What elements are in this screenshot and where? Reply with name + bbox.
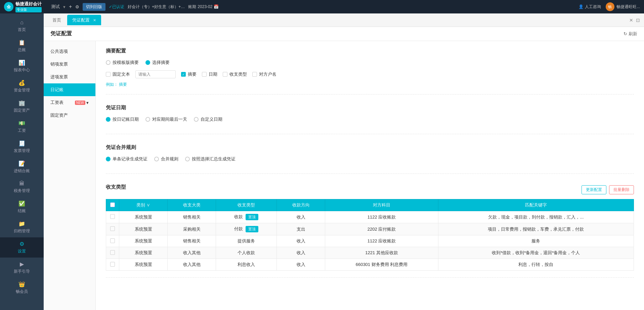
sidebar-item-settings[interactable]: ⚙ 设置 [0, 237, 44, 258]
row-checkbox[interactable] [106, 235, 119, 247]
row-2-checkbox[interactable] [110, 226, 115, 231]
checkbox-fixed-text[interactable]: 固定文本 [106, 71, 130, 77]
refresh-label: 刷新 [629, 31, 637, 37]
tab-home[interactable]: 首页 [48, 15, 66, 25]
config-nav-public[interactable]: 公共选项 [44, 45, 95, 58]
sidebar-item-label: 税务管理 [14, 188, 30, 194]
config-nav-output-invoice[interactable]: 销项发票 [44, 58, 95, 71]
config-nav-journal-label: 日记账 [50, 87, 63, 92]
update-config-button[interactable]: 更新配置 [582, 185, 606, 194]
sidebar-item-funds[interactable]: 💰 资金管理 [0, 76, 44, 96]
sidebar-item-ledger[interactable]: 📋 总账 [0, 36, 44, 56]
refresh-button[interactable]: ↻ 刷新 [624, 31, 637, 37]
radio-summary-generate-label: 按照选择汇总生成凭证 [192, 156, 235, 162]
ledger-icon: 📋 [18, 39, 25, 46]
config-nav-fixed-assets[interactable]: 固定资产 [44, 109, 95, 122]
sidebar-item-archive[interactable]: 📁 归档管理 [0, 217, 44, 237]
invoice-icon: 🧾 [18, 140, 25, 147]
sidebar-item-member[interactable]: 👑 畅会员 [0, 278, 44, 298]
example-value: 摘要 [119, 82, 127, 87]
sidebar-item-label: 报表中心 [14, 67, 30, 73]
sidebar-item-fixed-assets[interactable]: 🏢 固定资产 [0, 96, 44, 117]
window-maximize-icon[interactable]: ⊡ [636, 17, 640, 23]
funds-icon: 💰 [18, 80, 25, 86]
top-tag-button[interactable]: 置顶 [246, 214, 258, 220]
radio-summary-generate[interactable]: 按照选择汇总生成凭证 [185, 156, 235, 162]
radio-custom-date[interactable]: 自定义日期 [194, 116, 222, 122]
sidebar-item-guide[interactable]: ▶ 新手引导 [0, 258, 44, 278]
row-1-checkbox[interactable] [110, 214, 115, 219]
col-type: 收支类型 [216, 199, 277, 211]
settings-icon[interactable]: ⚙ [75, 4, 79, 9]
row-checkbox[interactable] [106, 259, 119, 271]
add-icon[interactable]: + [69, 4, 72, 10]
radio-merge-rule[interactable]: 合并规则 [154, 156, 178, 162]
config-nav-journal[interactable]: 日记账 [44, 83, 95, 96]
sidebar-item-invoice[interactable]: 🧾 发票管理 [0, 137, 44, 157]
row-major: 销售相关 [168, 235, 216, 247]
logo-main: 畅捷通好会计 [15, 1, 42, 7]
checkbox-counterparty[interactable]: 对方户名 [252, 71, 276, 77]
tab-close-icon[interactable]: ✕ [93, 18, 96, 22]
row-keywords: 利息，行转，按自 [438, 259, 634, 271]
row-checkbox[interactable] [106, 223, 119, 235]
radio-select-summary[interactable]: 选择摘要 [145, 60, 170, 66]
row-type: 利息收入 [216, 259, 277, 271]
table-header-row: 类别 ∨ 收支大类 收支类型 收款方向 [106, 199, 634, 211]
income-btn-group: 更新配置 批量删除 [582, 185, 634, 194]
radio-journal-date[interactable]: 按日记账日期 [106, 116, 139, 122]
window-close-icon[interactable]: ✕ [629, 17, 633, 23]
tab-bar: 首页 凭证配置 ✕ ✕ ⊡ [44, 13, 644, 27]
row-5-checkbox[interactable] [110, 262, 115, 267]
fixed-assets-icon: 🏢 [18, 100, 25, 106]
tab-voucher-config[interactable]: 凭证配置 ✕ [67, 15, 101, 25]
batch-delete-button[interactable]: 批量删除 [609, 185, 634, 194]
sidebar-item-label: 资金管理 [14, 87, 30, 93]
checkbox-summary[interactable]: ✓ 摘要 [181, 71, 197, 77]
sidebar-item-settlement[interactable]: ✅ 结账 [0, 197, 44, 217]
row-direction: 收入 [277, 247, 325, 259]
checkbox-counterparty-label: 对方户名 [259, 71, 276, 77]
radio-single-record[interactable]: 单条记录生成凭证 [106, 156, 147, 162]
sidebar-item-reports[interactable]: 📊 报表中心 [0, 56, 44, 76]
checkbox-fixed-text-box [106, 72, 111, 77]
sidebar-item-tax[interactable]: 🏛 税务管理 [0, 177, 44, 197]
sidebar-item-label: 结账 [18, 208, 26, 214]
calendar-icon[interactable]: 📅 [214, 4, 219, 9]
top-tag-button-2[interactable]: 置顶 [246, 226, 258, 232]
radio-single-record-circle [106, 157, 111, 161]
sidebar-item-salary[interactable]: 💵 工资 [0, 117, 44, 137]
radio-period-last-day-label: 对应期间最后一天 [152, 116, 187, 122]
fixed-text-input[interactable] [135, 70, 176, 78]
row-major: 采购相关 [168, 223, 216, 235]
row-checkbox[interactable] [106, 247, 119, 259]
table-header-checkbox[interactable] [106, 199, 119, 211]
row-keywords: 服务 [438, 235, 634, 247]
col-major: 收支大类 [168, 199, 216, 211]
company-dropdown-icon[interactable]: ▾ [63, 4, 66, 9]
checkbox-date[interactable]: 日期 [202, 71, 217, 77]
radio-period-last-day[interactable]: 对应期间最后一天 [145, 116, 187, 122]
summary-radio-group: 按模板版摘要 选择摘要 [106, 60, 634, 66]
sidebar-item-home[interactable]: ⌂ 首页 [0, 16, 44, 36]
row-4-checkbox[interactable] [110, 250, 115, 255]
user-info[interactable]: 畅 畅捷通旺旺... [606, 2, 640, 11]
radio-template-summary[interactable]: 按模板版摘要 [106, 60, 139, 66]
merge-section-title: 凭证合并规则 [106, 144, 634, 151]
select-all-checkbox[interactable] [110, 202, 115, 207]
row-checkbox[interactable] [106, 211, 119, 223]
settlement-icon: ✅ [18, 200, 25, 207]
switch-version-button[interactable]: 切到旧版 [83, 3, 105, 11]
summary-section-title: 摘要配置 [106, 48, 634, 54]
config-nav-payroll[interactable]: 工资表 NEW ▾ [44, 96, 95, 109]
row-subject: 2202 应付账款 [325, 223, 438, 235]
certified-badge: ✓已认证 [109, 4, 124, 10]
new-badge: NEW [75, 101, 85, 105]
service-button[interactable]: 👤 人工咨询 [578, 4, 601, 10]
checkbox-income-type[interactable]: 收支类型 [223, 71, 247, 77]
config-nav-input-invoice[interactable]: 进项发票 [44, 71, 95, 83]
sidebar-item-purchase-sales[interactable]: 📝 进销台账 [0, 157, 44, 177]
reports-icon: 📊 [18, 60, 25, 66]
topbar: 会 畅捷通好会计 专业版 测试 ▾ + ⚙ 切到旧版 ✓已认证 好会计（专）+好… [0, 0, 644, 13]
row-3-checkbox[interactable] [110, 238, 115, 243]
